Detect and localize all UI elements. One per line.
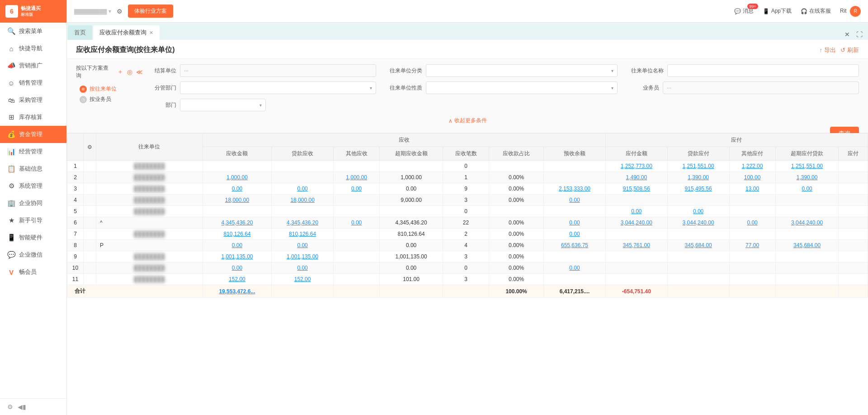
sidebar-settings-icon[interactable]: ⚙ (7, 403, 13, 410)
sidebar-item-quick-nav[interactable]: ⌂ 快捷导航 (0, 40, 66, 57)
col-settings[interactable]: ⚙ (84, 134, 96, 161)
row-ar-other[interactable]: 0.00 (334, 217, 380, 229)
sidebar-collapse-icon[interactable]: ◀▮ (18, 403, 26, 410)
row-ap-amount[interactable]: 345,761.00 (605, 240, 667, 251)
promo-button[interactable]: 体验行业方案 (128, 5, 173, 18)
user-menu[interactable]: Rit R (840, 6, 861, 17)
sidebar-item-system[interactable]: ⚙ 系统管理 (0, 177, 66, 195)
row-ap-amount[interactable]: 3,044,240.00 (605, 217, 667, 229)
row-ap-amount[interactable]: 915,508.56 (605, 183, 667, 195)
row-ar-other[interactable]: 1,000.00 (334, 172, 380, 183)
row-ap-other (729, 274, 775, 285)
salesman-input[interactable]: ··· (663, 81, 859, 94)
sidebar-item-guide[interactable]: ★ 新手引导 (0, 212, 66, 229)
row-ap-loan[interactable]: 345,684.00 (667, 240, 729, 251)
online-service-button[interactable]: 🎧 在线客服 (801, 7, 831, 15)
row-ap-loan[interactable]: 3,044,240.00 (667, 217, 729, 229)
row-ap-other[interactable]: 100.00 (729, 172, 775, 183)
partner-name-input[interactable] (667, 64, 859, 77)
dept-select[interactable]: ▾ (180, 81, 376, 94)
row-ar-amount[interactable]: 0.00 (203, 240, 272, 251)
tab-close-icon[interactable]: ✕ (149, 30, 153, 36)
partner-nature-select[interactable]: ▾ (426, 81, 618, 94)
row-num: 1 (67, 161, 84, 172)
tab-maximize-icon[interactable]: ⛶ (854, 29, 864, 40)
sidebar-item-sales[interactable]: ☺ 销售管理 (0, 74, 66, 91)
filter-option-by-partner[interactable]: ⊛ 按往来单位 (80, 85, 143, 93)
sidebar-item-finance[interactable]: 💰 资金管理 (0, 126, 66, 143)
row-ap-loan[interactable]: 915,495.56 (667, 183, 729, 195)
row-ar-amount[interactable]: 18,000.00 (203, 195, 272, 206)
row-ar-amount[interactable]: 1,001,135.00 (203, 251, 272, 262)
row-ar-amount[interactable]: 1,000.00 (203, 172, 272, 183)
delete-scheme-icon[interactable]: ≪ (136, 68, 143, 76)
row-ap-amount[interactable]: 1,252,773.00 (605, 161, 667, 172)
row-ap-loan[interactable]: 1,251,551.00 (667, 161, 729, 172)
settlement-unit-input[interactable]: ··· (180, 64, 376, 77)
row-ar-prepay[interactable]: 0.00 (544, 217, 606, 229)
row-ar-ratio: 0.00% (489, 251, 544, 262)
tab-home[interactable]: 首页 (68, 25, 92, 40)
table-area[interactable]: ⚙ 往来单位 应收 应付 应收金额 贷款应收 其他应收 超期应收金额 应收笔数 … (67, 133, 868, 415)
row-ar-loan[interactable]: 0.00 (272, 262, 334, 274)
row-ap-last (839, 251, 868, 262)
logo-subtitle: 标准版 (21, 12, 41, 18)
row-ar-other[interactable]: 0.00 (334, 183, 380, 195)
tab-close-window-icon[interactable]: ✕ (843, 29, 852, 40)
row-ap-other[interactable]: 77.00 (729, 240, 775, 251)
row-ap-overdue[interactable]: 345,684.00 (775, 240, 839, 251)
row-ar-loan[interactable]: 152.00 (272, 274, 334, 285)
sidebar-item-wechat[interactable]: 💬 企业微信 (0, 246, 66, 263)
sidebar-item-ops[interactable]: 📊 经营管理 (0, 143, 66, 160)
partner-category-select[interactable]: ▾ (426, 64, 618, 77)
row-ap-overdue[interactable]: 1,390.00 (775, 172, 839, 183)
row-ar-amount[interactable]: 152.00 (203, 274, 272, 285)
sidebar-item-corp[interactable]: 🏢 企业协同 (0, 195, 66, 212)
sidebar-item-hardware[interactable]: 📱 智能硬件 (0, 229, 66, 246)
sidebar-item-search-menu[interactable]: 🔍 搜索菜单 (0, 23, 66, 40)
row-ap-loan[interactable]: 1,390.00 (667, 172, 729, 183)
row-ap-overdue[interactable]: 1,251,551.00 (775, 161, 839, 172)
row-ap-amount[interactable]: 0.00 (605, 206, 667, 217)
export-button[interactable]: ↑ 导出 (820, 46, 836, 54)
row-ar-prepay[interactable]: 0.00 (544, 262, 606, 274)
row-ap-other[interactable]: 0.00 (729, 217, 775, 229)
bumen-select[interactable]: ▾ (180, 99, 266, 111)
row-ar-prepay[interactable]: 0.00 (544, 229, 606, 240)
sidebar-item-base[interactable]: 📋 基础信息 (0, 160, 66, 177)
filter-option-by-salesman[interactable]: ◷ 按业务员 (80, 95, 143, 103)
row-ar-amount[interactable]: 0.00 (203, 262, 272, 274)
row-ap-overdue[interactable]: 0.00 (775, 183, 839, 195)
row-ar-loan[interactable]: 810,126.64 (272, 229, 334, 240)
row-ar-loan[interactable]: 1,001,135.00 (272, 251, 334, 262)
filter-collapse-button[interactable]: ∧ 收起更多条件 (76, 114, 859, 127)
summary-ar-amount[interactable]: 19,553,472,6... (203, 285, 272, 298)
row-ar-prepay[interactable]: 2,153,333.00 (544, 183, 606, 195)
row-ap-amount[interactable]: 1,490.00 (605, 172, 667, 183)
row-ar-amount[interactable]: 810,126.64 (203, 229, 272, 240)
row-ar-amount[interactable]: 0.00 (203, 183, 272, 195)
row-ar-prepay[interactable]: 0.00 (544, 195, 606, 206)
sidebar-item-warehouse[interactable]: ⊞ 库存核算 (0, 109, 66, 126)
tab-ar-ap[interactable]: 应收应付余额查询 ✕ (93, 25, 160, 40)
gear-icon[interactable]: ⚙ (117, 8, 123, 15)
sidebar-item-member[interactable]: V 畅会员 (0, 263, 66, 281)
app-download-button[interactable]: 📱 App下载 (763, 7, 792, 15)
row-ar-amount[interactable]: 4,345,436.20 (203, 217, 272, 229)
row-ap-overdue[interactable]: 3,044,240.00 (775, 217, 839, 229)
filter-salesman: 业务员 ··· (631, 81, 859, 94)
row-ap-loan[interactable]: 0.00 (667, 206, 729, 217)
sidebar-item-marketing[interactable]: 📣 营销推广 (0, 57, 66, 74)
row-ar-loan[interactable]: 18,000.00 (272, 195, 334, 206)
refresh-button[interactable]: ↺ 刷新 (840, 46, 859, 54)
sidebar-item-purchase[interactable]: 🛍 采购管理 (0, 91, 66, 109)
add-scheme-icon[interactable]: ＋ (117, 68, 123, 76)
row-ar-loan[interactable]: 4,345,436.20 (272, 217, 334, 229)
row-ap-other[interactable]: 1,222.00 (729, 161, 775, 172)
row-ar-loan[interactable]: 0.00 (272, 183, 334, 195)
row-ar-prepay[interactable]: 655,636.75 (544, 240, 606, 251)
message-button[interactable]: 💬 消息 99+ (734, 7, 754, 15)
row-ar-loan[interactable]: 0.00 (272, 240, 334, 251)
edit-scheme-icon[interactable]: ◎ (127, 68, 132, 76)
row-ap-other[interactable]: 13.00 (729, 183, 775, 195)
